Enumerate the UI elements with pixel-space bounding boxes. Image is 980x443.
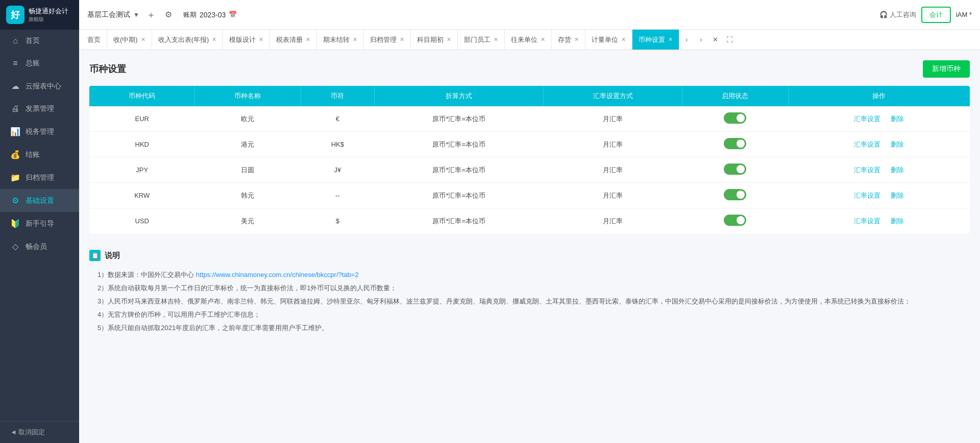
tab-units[interactable]: 计量单位 ✕ (585, 30, 632, 50)
toggle-1[interactable] (724, 138, 746, 149)
rate-setting-1[interactable]: 汇率设置 (854, 141, 880, 148)
tab-currency[interactable]: 币种设置 ✕ (632, 30, 679, 50)
toggle-4[interactable] (724, 215, 746, 226)
unpin-button[interactable]: ◄ 取消固定 (0, 421, 79, 443)
sidebar-item-home[interactable]: ⌂ 首页 (0, 30, 79, 52)
rate-setting-3[interactable]: 汇率设置 (854, 192, 880, 199)
col-status: 启用状态 (682, 86, 788, 106)
tab-close-all[interactable]: ✕ (708, 30, 722, 50)
tab-nav-right[interactable]: › (694, 30, 708, 50)
tab-clients-close[interactable]: ✕ (541, 36, 545, 43)
tab-departments-close[interactable]: ✕ (494, 36, 498, 43)
tab-subjects-close[interactable]: ✕ (447, 36, 451, 43)
cell-name-3: 韩元 (195, 183, 301, 208)
note-5: 5）系统只能自动抓取2021年度后的汇率，之前年度汇率需要用用户手工维护。 (97, 321, 970, 335)
tab-archive[interactable]: 归档管理 ✕ (364, 30, 411, 50)
period-label: 账期 (183, 10, 197, 19)
delete-btn-4[interactable]: 删除 (891, 217, 904, 225)
sidebar-item-tax[interactable]: 📊 税务管理 (0, 120, 79, 143)
tab-nav-left[interactable]: ‹ (679, 30, 694, 50)
tab-balance[interactable]: 收(中期) ✕ (107, 30, 152, 50)
sidebar-item-member[interactable]: ◇ 畅会员 (0, 235, 79, 258)
tabbar: 首页 收(中期) ✕ 收入支出表(年报) ✕ 模版设计 ✕ 税表清册 ✕ 期末结… (79, 30, 980, 50)
delete-btn-3[interactable]: 删除 (891, 192, 904, 199)
tab-currency-close[interactable]: ✕ (668, 36, 673, 43)
tab-inventory[interactable]: 存货 ✕ (552, 30, 585, 50)
org-selector[interactable]: 基层工会测试 ▼ (87, 10, 139, 19)
sidebar-item-close[interactable]: 💰 结账 (0, 143, 79, 166)
sidebar-item-guide[interactable]: 🔰 新手引导 (0, 212, 79, 235)
table-row: EUR 欧元 € 原币*汇率=本位币 月汇率 汇率设置 删除 (89, 106, 970, 132)
tab-template[interactable]: 模版设计 ✕ (223, 30, 270, 50)
add-org-button[interactable]: ＋ (144, 7, 158, 23)
delete-btn-0[interactable]: 删除 (891, 115, 904, 123)
currency-table: 币种代码 币种名称 币符 折算方式 汇率设置方式 启用状态 操作 EUR 欧元 … (89, 86, 970, 234)
toggle-2[interactable] (724, 164, 746, 175)
topbar: 基层工会测试 ▼ ＋ ⚙ 账期 2023-03 📅 🎧 人工咨询 会计 iAM … (79, 0, 980, 30)
note-4: 4）无官方牌价的币种，可以用用户手工维护汇率信息； (97, 308, 970, 321)
guide-icon: 🔰 (10, 219, 20, 228)
cell-rate-type-2: 月汇率 (544, 157, 682, 183)
tab-balance-close[interactable]: ✕ (141, 36, 145, 43)
tab-income-close[interactable]: ✕ (212, 36, 216, 43)
tab-inventory-close[interactable]: ✕ (574, 36, 579, 43)
sidebar-item-ledger[interactable]: ≡ 总账 (0, 52, 79, 75)
toggle-0[interactable] (724, 112, 746, 124)
tab-income[interactable]: 收入支出表(年报) ✕ (152, 30, 224, 50)
delete-btn-2[interactable]: 删除 (891, 166, 904, 174)
notes-link[interactable]: https://www.chinamoney.com.cn/chinese/bk… (196, 271, 359, 278)
member-icon: ◇ (10, 242, 20, 251)
main-area: 基层工会测试 ▼ ＋ ⚙ 账期 2023-03 📅 🎧 人工咨询 会计 iAM … (79, 0, 980, 443)
tab-clients[interactable]: 往来单位 ✕ (505, 30, 552, 50)
content-area: 币种设置 新增币种 币种代码 币种名称 币符 折算方式 汇率设置方式 启用状态 … (79, 50, 980, 443)
topbar-right: 🎧 人工咨询 会计 iAM * (879, 7, 972, 23)
cell-rate-type-4: 月汇率 (544, 208, 682, 234)
tab-subjects[interactable]: 科目期初 ✕ (411, 30, 458, 50)
rate-setting-0[interactable]: 汇率设置 (854, 115, 880, 123)
rate-setting-2[interactable]: 汇率设置 (854, 166, 880, 174)
cell-name-0: 欧元 (195, 106, 301, 132)
tab-income-label: 收入支出表(年报) (158, 35, 209, 44)
col-action: 操作 (788, 86, 970, 106)
tab-template-label: 模版设计 (229, 35, 256, 44)
tab-period-end[interactable]: 期末结转 ✕ (317, 30, 364, 50)
tab-expand[interactable]: ⛶ (722, 30, 737, 50)
tab-archive-close[interactable]: ✕ (400, 36, 404, 43)
note-1: 1）数据来源：中国外汇交易中心 https://www.chinamoney.c… (97, 268, 970, 282)
tab-clients-label: 往来单位 (511, 35, 537, 44)
rate-setting-4[interactable]: 汇率设置 (854, 217, 880, 225)
service-button[interactable]: 🎧 人工咨询 (879, 10, 916, 19)
tab-tax[interactable]: 税表清册 ✕ (270, 30, 317, 50)
col-code: 币种代码 (89, 86, 195, 106)
notes-list: 1）数据来源：中国外汇交易中心 https://www.chinamoney.c… (89, 268, 970, 335)
tab-departments[interactable]: 部门员工 ✕ (458, 30, 505, 50)
sidebar-item-archive[interactable]: 📁 归档管理 (0, 166, 79, 189)
new-currency-button[interactable]: 新增币种 (923, 60, 970, 78)
unpin-label: ◄ 取消固定 (10, 428, 45, 437)
cell-code-4: USD (89, 208, 195, 234)
ledger-icon: ≡ (10, 59, 20, 68)
col-method: 折算方式 (374, 86, 544, 106)
delete-btn-1[interactable]: 删除 (891, 141, 904, 148)
toggle-3[interactable] (724, 189, 746, 200)
cell-name-2: 日圆 (195, 157, 301, 183)
sidebar-label-guide: 新手引导 (26, 219, 54, 228)
sidebar-item-reports[interactable]: ☁ 云报表中心 (0, 75, 79, 98)
sidebar-label-close: 结账 (26, 150, 40, 159)
cell-method-4: 原币*汇率=本位币 (374, 208, 544, 234)
tab-home[interactable]: 首页 (81, 30, 107, 50)
table-row: JPY 日圆 J¥ 原币*汇率=本位币 月汇率 汇率设置 删除 (89, 157, 970, 183)
reports-icon: ☁ (10, 81, 20, 91)
account-button[interactable]: 会计 (921, 7, 951, 23)
tab-tax-close[interactable]: ✕ (306, 36, 310, 43)
sidebar-item-settings[interactable]: ⚙ 基础设置 (0, 189, 79, 212)
tab-period-end-close[interactable]: ✕ (353, 36, 357, 43)
calendar-icon[interactable]: 📅 (229, 11, 237, 18)
cell-status-2 (682, 157, 788, 183)
topbar-settings-icon[interactable]: ⚙ (163, 8, 174, 21)
tab-units-close[interactable]: ✕ (621, 36, 626, 43)
tab-template-close[interactable]: ✕ (259, 36, 263, 43)
cell-symbol-0: € (301, 106, 374, 132)
sidebar-item-invoice[interactable]: 🖨 发票管理 (0, 98, 79, 120)
close-icon: 💰 (10, 150, 20, 159)
